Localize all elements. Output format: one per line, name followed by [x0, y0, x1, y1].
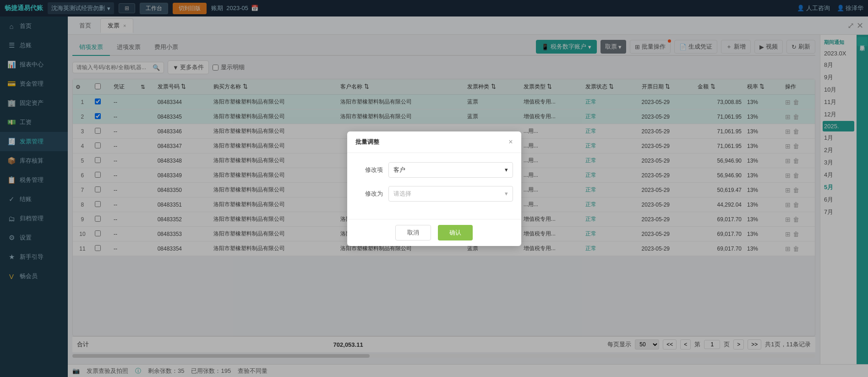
batch-adjust-modal: 批量调整 × 修改项 客户 ▾ 修改为 请选择 ▾ 取消 确认 [347, 131, 521, 246]
change-placeholder: 请选择 [393, 190, 411, 198]
change-select-chevron: ▾ [505, 190, 508, 197]
modal-footer: 取消 确认 [347, 219, 521, 246]
confirm-btn[interactable]: 确认 [438, 225, 473, 240]
modal-overlay[interactable]: 批量调整 × 修改项 客户 ▾ 修改为 请选择 ▾ 取消 确认 [0, 0, 868, 377]
change-label: 修改为 [355, 190, 383, 198]
modal-title: 批量调整 [355, 138, 379, 146]
modal-header: 批量调整 × [347, 131, 521, 153]
field-value: 客户 [393, 166, 405, 174]
modal-close-btn[interactable]: × [508, 138, 513, 146]
field-select[interactable]: 客户 ▾ [388, 162, 513, 178]
field-label: 修改项 [355, 166, 383, 174]
field-select-chevron: ▾ [505, 166, 508, 173]
field-row: 修改项 客户 ▾ [355, 162, 513, 178]
change-row: 修改为 请选择 ▾ [355, 186, 513, 202]
modal-body: 修改项 客户 ▾ 修改为 请选择 ▾ [347, 153, 521, 219]
change-select[interactable]: 请选择 ▾ [388, 186, 513, 202]
cancel-btn[interactable]: 取消 [395, 225, 431, 240]
